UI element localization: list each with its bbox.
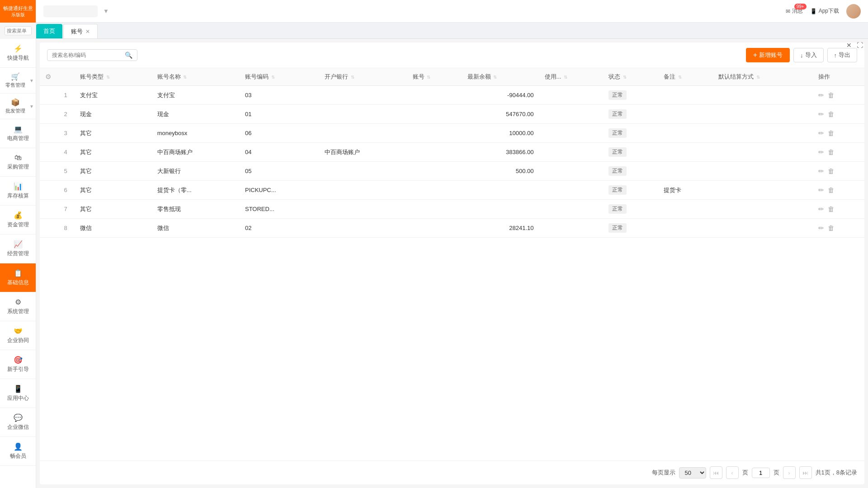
- col-account[interactable]: 账号 ⇅: [407, 68, 462, 86]
- import-button[interactable]: ↓ 导入: [793, 48, 824, 62]
- retail-icon: 🛒: [11, 72, 20, 81]
- first-page-button[interactable]: ⏮: [710, 466, 722, 479]
- next-page-button[interactable]: ›: [783, 466, 796, 479]
- page-input[interactable]: [752, 468, 770, 478]
- row-default-payment: [713, 105, 812, 124]
- row-status: 正常: [603, 124, 658, 143]
- sidebar-item-wechat[interactable]: 💬 企业微信: [0, 408, 36, 437]
- sidebar-item-shortcut[interactable]: ⚡ 快捷导航: [0, 39, 36, 68]
- row-num: 5: [57, 162, 75, 181]
- delete-button[interactable]: 🗑: [828, 148, 835, 156]
- edit-button[interactable]: ✏: [818, 148, 824, 156]
- ecommerce-icon: 💻: [14, 125, 23, 133]
- sidebar-item-label: 新手引导: [7, 366, 29, 373]
- row-action: ✏ 🗑: [813, 200, 864, 219]
- row-bank: [319, 124, 407, 143]
- table-scroll[interactable]: ⚙ 账号类型 ⇅ 账号名称 ⇅ 账号编码 ⇅ 开户银行 ⇅ 账号 ⇅ 最新余额 …: [40, 68, 864, 460]
- sidebar-item-retail[interactable]: 🛒 零售管理 ▼: [0, 68, 36, 94]
- user-avatar[interactable]: [846, 4, 861, 19]
- sidebar-item-member[interactable]: 👤 畅会员: [0, 437, 36, 466]
- settings-col-icon[interactable]: ⚙: [45, 73, 51, 80]
- sidebar-item-app-center[interactable]: 📱 应用中心: [0, 379, 36, 408]
- topbar-left: ▼: [43, 5, 109, 17]
- delete-button[interactable]: 🗑: [828, 91, 835, 99]
- delete-button[interactable]: 🗑: [828, 129, 835, 137]
- row-settings: [40, 181, 57, 200]
- row-num: 8: [57, 219, 75, 238]
- sidebar-item-label: 电商管理: [7, 135, 29, 142]
- col-balance[interactable]: 最新余额 ⇅: [462, 68, 539, 86]
- col-usage[interactable]: 使用... ⇅: [539, 68, 604, 86]
- col-default-payment[interactable]: 默认结算方式 ⇅: [713, 68, 812, 86]
- sidebar-item-basic[interactable]: 📋 基础信息: [0, 263, 36, 292]
- row-num: 7: [57, 200, 75, 219]
- app-download-button[interactable]: 📱 App下载: [810, 7, 839, 15]
- sort-bank-icon: ⇅: [351, 75, 354, 80]
- sidebar-item-search[interactable]: [0, 23, 36, 39]
- sidebar-item-guide[interactable]: 🎯 新手引导: [0, 350, 36, 379]
- col-status[interactable]: 状态 ⇅: [603, 68, 658, 86]
- delete-button[interactable]: 🗑: [828, 186, 835, 194]
- delete-button[interactable]: 🗑: [828, 167, 835, 175]
- col-type[interactable]: 账号类型 ⇅: [75, 68, 152, 86]
- col-name[interactable]: 账号名称 ⇅: [152, 68, 240, 86]
- sidebar-item-inventory[interactable]: 📊 库存核算: [0, 177, 36, 206]
- edit-button[interactable]: ✏: [818, 167, 824, 175]
- col-remark[interactable]: 备注 ⇅: [658, 68, 713, 86]
- topbar-search-input[interactable]: [43, 5, 98, 17]
- message-button[interactable]: ✉ 消息 99+: [786, 7, 803, 15]
- add-account-label: 新增账号: [759, 51, 783, 59]
- delete-button[interactable]: 🗑: [828, 110, 835, 118]
- import-label: 导入: [805, 51, 817, 59]
- add-account-button[interactable]: + 新增账号: [746, 48, 790, 62]
- sidebar-item-finance[interactable]: 💰 资金管理: [0, 206, 36, 235]
- member-icon: 👤: [14, 442, 23, 451]
- delete-button[interactable]: 🗑: [828, 224, 835, 232]
- prev-page-button[interactable]: ‹: [726, 466, 739, 479]
- row-action: ✏ 🗑: [813, 124, 864, 143]
- search-input[interactable]: [52, 52, 122, 58]
- chevron-down-icon: ▼: [29, 104, 34, 109]
- tab-account[interactable]: 账号 ✕: [63, 24, 98, 38]
- col-code[interactable]: 账号编码 ⇅: [240, 68, 319, 86]
- page-size-select[interactable]: 50 100 200: [679, 467, 706, 479]
- sidebar-item-business[interactable]: 📈 经营管理: [0, 235, 36, 263]
- tab-home[interactable]: 首页: [36, 24, 62, 38]
- row-type: 其它: [75, 200, 152, 219]
- delete-button[interactable]: 🗑: [828, 205, 835, 213]
- row-bank: [319, 105, 407, 124]
- row-action: ✏ 🗑: [813, 105, 864, 124]
- row-num: 6: [57, 181, 75, 200]
- row-bank: [319, 162, 407, 181]
- row-code: 05: [240, 162, 319, 181]
- menu-search-input[interactable]: [5, 26, 32, 35]
- search-wrap[interactable]: 🔍: [47, 49, 137, 61]
- edit-button[interactable]: ✏: [818, 91, 824, 99]
- sidebar-item-ecommerce[interactable]: 💻 电商管理: [0, 119, 36, 148]
- last-page-button[interactable]: ⏭: [799, 466, 812, 479]
- edit-button[interactable]: ✏: [818, 186, 824, 194]
- edit-button[interactable]: ✏: [818, 110, 824, 118]
- sidebar-item-system[interactable]: ⚙ 系统管理: [0, 292, 36, 321]
- dropdown-icon[interactable]: ▼: [103, 8, 109, 14]
- row-status: 正常: [603, 86, 658, 105]
- edit-button[interactable]: ✏: [818, 129, 824, 137]
- sidebar-item-label: 应用中心: [7, 394, 29, 402]
- col-bank[interactable]: 开户银行 ⇅: [319, 68, 407, 86]
- sidebar-item-purchase[interactable]: 🛍 采购管理: [0, 148, 36, 177]
- edit-button[interactable]: ✏: [818, 205, 824, 213]
- sidebar-item-label: 畅会员: [10, 452, 26, 460]
- status-badge: 正常: [609, 223, 627, 233]
- col-settings[interactable]: ⚙: [40, 68, 57, 86]
- search-icon[interactable]: 🔍: [125, 52, 132, 59]
- close-window-button[interactable]: ✕: [844, 41, 854, 50]
- sidebar-item-agreement[interactable]: 🤝 企业协同: [0, 321, 36, 350]
- expand-window-button[interactable]: ⛶: [855, 41, 864, 50]
- tab-close-icon[interactable]: ✕: [85, 28, 90, 35]
- sidebar-item-wholesale[interactable]: 📦 批发管理 ▼: [0, 94, 36, 119]
- status-badge: 正常: [609, 147, 627, 157]
- row-status: 正常: [603, 162, 658, 181]
- edit-button[interactable]: ✏: [818, 224, 824, 232]
- row-bank: 中百商场账户: [319, 143, 407, 162]
- sidebar-item-label: 快捷导航: [7, 54, 29, 62]
